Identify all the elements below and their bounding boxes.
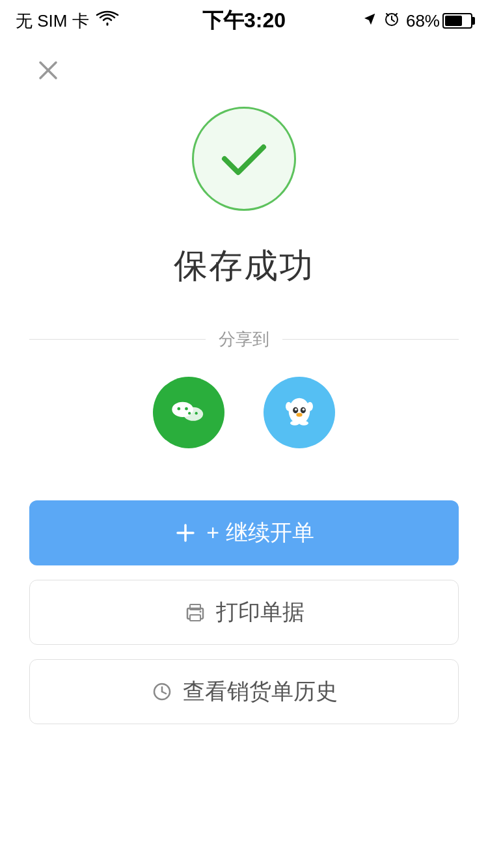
location-icon bbox=[362, 11, 377, 31]
history-label: 查看销货单历史 bbox=[183, 677, 338, 707]
divider-line-right bbox=[282, 339, 459, 340]
svg-point-22 bbox=[290, 421, 299, 426]
print-label: 打印单据 bbox=[216, 597, 305, 627]
svg-rect-27 bbox=[190, 615, 200, 621]
share-divider: 分享到 bbox=[29, 328, 459, 351]
svg-point-19 bbox=[296, 413, 302, 417]
svg-point-17 bbox=[295, 409, 297, 411]
share-label: 分享到 bbox=[219, 328, 269, 351]
action-buttons: + 继续开单 打印单据 查看销 bbox=[29, 500, 459, 724]
status-bar: 无 SIM 卡 下午3:20 bbox=[0, 0, 488, 42]
svg-point-21 bbox=[307, 402, 313, 411]
share-icons-row bbox=[153, 377, 335, 448]
battery-indicator: 68% bbox=[406, 11, 472, 31]
history-icon bbox=[150, 680, 174, 703]
success-title: 保存成功 bbox=[174, 243, 314, 289]
success-icon-circle bbox=[192, 107, 296, 211]
wifi-icon bbox=[96, 10, 119, 32]
qq-share-button[interactable] bbox=[264, 377, 335, 448]
history-button[interactable]: 查看销货单历史 bbox=[29, 659, 459, 724]
svg-point-20 bbox=[286, 402, 291, 411]
print-icon bbox=[183, 601, 207, 624]
battery-box bbox=[442, 13, 472, 29]
divider-line-left bbox=[29, 339, 206, 340]
svg-line-2 bbox=[392, 20, 394, 21]
main-content: 保存成功 分享到 bbox=[0, 42, 488, 724]
battery-percent: 68% bbox=[406, 11, 440, 31]
continue-button[interactable]: + 继续开单 bbox=[29, 500, 459, 565]
status-time: 下午3:20 bbox=[202, 7, 286, 35]
svg-point-12 bbox=[195, 412, 198, 414]
print-button[interactable]: 打印单据 bbox=[29, 580, 459, 645]
no-sim-label: 无 SIM 卡 bbox=[16, 10, 89, 33]
svg-point-14 bbox=[291, 403, 308, 422]
svg-line-32 bbox=[162, 692, 166, 694]
svg-point-18 bbox=[303, 409, 305, 411]
status-left: 无 SIM 卡 bbox=[16, 10, 119, 33]
svg-point-9 bbox=[178, 407, 181, 411]
svg-point-11 bbox=[188, 412, 191, 414]
close-button[interactable] bbox=[29, 51, 68, 90]
svg-point-23 bbox=[299, 421, 308, 426]
plus-icon bbox=[174, 521, 197, 545]
status-right: 68% bbox=[362, 10, 472, 33]
battery-fill bbox=[445, 16, 462, 26]
wechat-share-button[interactable] bbox=[153, 377, 224, 448]
continue-label: + 继续开单 bbox=[206, 518, 314, 548]
svg-point-29 bbox=[200, 611, 202, 613]
svg-point-10 bbox=[185, 407, 188, 411]
alarm-icon bbox=[383, 10, 401, 33]
